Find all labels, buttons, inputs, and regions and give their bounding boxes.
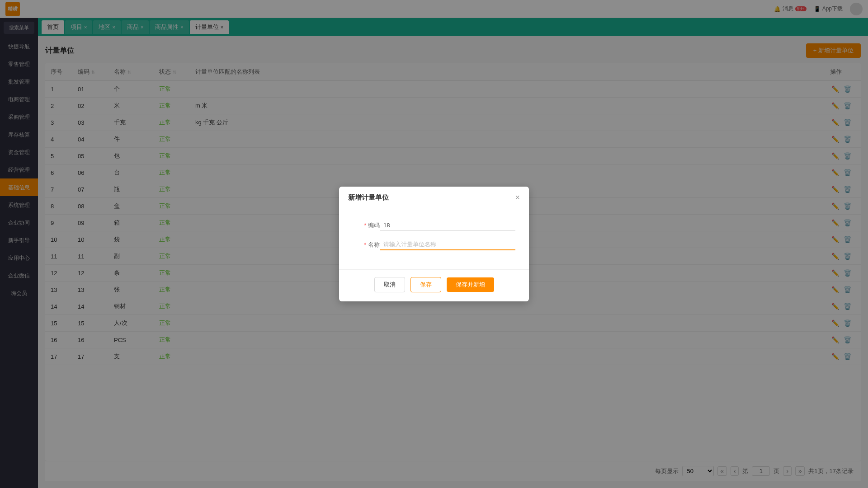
cancel-button[interactable]: 取消 (374, 277, 405, 292)
code-input[interactable] (380, 220, 515, 231)
save-and-new-button[interactable]: 保存并新增 (447, 277, 494, 292)
modal-close-btn[interactable]: × (515, 193, 520, 202)
modal-header: 新增计量单位 × (339, 187, 529, 209)
code-field-row: 编码 (353, 220, 515, 231)
modal-body: 编码 名称 (339, 209, 529, 269)
modal-footer: 取消 保存 保存并新增 (339, 269, 529, 301)
add-unit-modal: 新增计量单位 × 编码 名称 取消 保存 保存并新增 (339, 187, 529, 301)
modal-title: 新增计量单位 (348, 193, 389, 202)
name-label: 名称 (353, 241, 380, 249)
modal-overlay: 新增计量单位 × 编码 名称 取消 保存 保存并新增 (0, 0, 868, 488)
name-field-row: 名称 (353, 239, 515, 250)
code-label: 编码 (353, 221, 380, 230)
name-input[interactable] (380, 239, 515, 250)
save-button[interactable]: 保存 (410, 277, 441, 292)
